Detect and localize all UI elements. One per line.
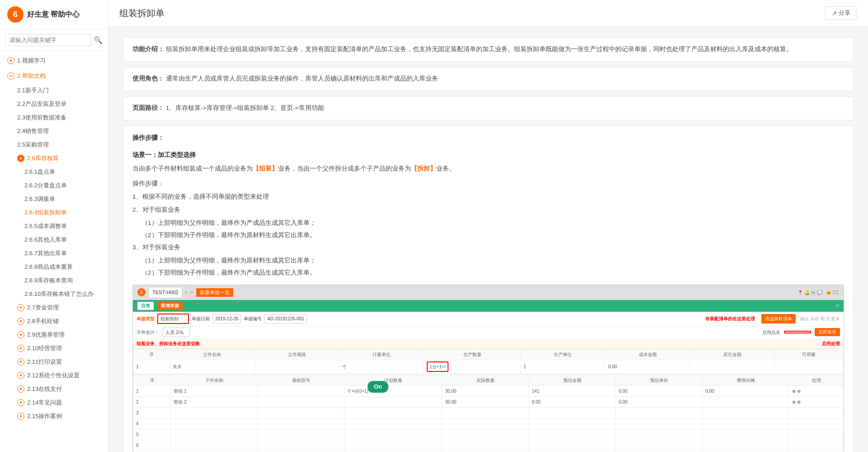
cell-handle: ⊕ ⊗ [789,396,844,407]
step3-sub1: （1）上部明细为父件明细，最终作为原材料生成其它出库单； [142,256,844,266]
sidebar-item-2-4[interactable]: 2.4销售管理 [0,124,108,138]
search-button[interactable]: 🔍 [94,36,103,44]
step1: 1、根据不同的业务，选择不同单据的类型来处理 [132,192,844,202]
cell-prod-qty: 1台+1+/ [424,360,521,373]
sidebar-item-2-5[interactable]: 2.5采购管理 [0,138,108,152]
role-label: 使用角色： [132,75,164,82]
sidebar-item-2-6-8[interactable]: 2.6.8商品成本重算 [0,260,108,274]
form-type-input[interactable]: 组装拆卸 [157,314,189,324]
sidebar-item-2-2[interactable]: 2.2产品安装及登录 [0,97,108,111]
cell-est-amount: 141 [529,385,616,396]
cell-plan-qty: 个×分/(+1) [344,385,442,396]
sidebar-item-2-6-9[interactable]: 2.6.9库存账本查询 [0,274,108,287]
content-area: 功能介绍： 组装拆卸单用来处理企业组装或拆卸等加工业务，支持有固定装配清单的产品… [108,27,868,452]
expand-icon: + [17,358,24,366]
main-content: 组装拆卸单 ↗ 分享 功能介绍： 组装拆卸单用来处理企业组装或拆卸等加工业务，支… [108,0,868,452]
sim-upper-table-wrap: 序 父件名称 父件规格 计量单位 生产数量 生产单位 成本金额 其它金额 可用量 [133,349,844,374]
sidebar-item-docs[interactable]: − 2.帮助文档 [0,68,108,84]
sidebar-item-label: 2.11打印设置 [27,358,62,366]
sidebar-item-label: 2.6.1盘点单 [24,168,55,176]
ops-block: 操作步骤： 场景一：加工类型选择 当由多个子件材料组装成一个成品的业务为【组装】… [123,126,854,452]
sidebar-item-2-13[interactable]: + 2.13在线支付 [0,382,108,396]
expand-icon: + [17,413,24,420]
enable-input[interactable] [784,331,811,333]
enable-label: 启用品名 [762,328,780,336]
sidebar-item-2-6-3[interactable]: 2.6.3调拨单 [0,192,108,206]
search-input[interactable] [5,34,92,46]
sim-newtab-btn[interactable]: 新增单据 [157,302,183,310]
sidebar-item-label: 2.2产品安装及登录 [17,100,66,108]
sidebar-item-label: 2.15操作案例 [27,412,62,420]
logo-area: 6 好生意 帮助中心 [0,0,108,29]
on-toggle[interactable]: On [368,381,388,393]
col-child-name: 子件名称 [171,375,258,385]
app-name: 好生意 帮助中心 [27,10,80,19]
sidebar-item-label: 2.6.3调拨单 [24,195,55,203]
sim-zishou-btn[interactable]: 自售 [137,302,154,310]
sidebar-item-2-6-1[interactable]: 2.6.1盘点单 [0,165,108,179]
col-child-spec: 规格型号 [258,375,344,385]
sidebar-item-label: 2.6库存核算 [27,154,59,162]
ops-label: 操作步骤： [132,179,844,189]
path-block: 页面路径： 1、库存核算->库存管理->组装拆卸单 2、首页->常用功能 [123,96,854,120]
sidebar-item-label: 2.3使用前数据准备 [17,114,66,122]
save-btn2[interactable]: 立即发布 [815,328,840,336]
sidebar-item-2-1[interactable]: 2.1新手入门 [0,84,108,97]
cell-seq: 1 [133,385,171,396]
screenshot-wrapper: 6 TEST-H002 ▾ ⟳ 新建单据一览 📍 🔔 🛍 💬 🐱 CC [132,285,844,452]
new-btn[interactable]: 新建单据一览 [196,288,233,297]
sidebar-item-label: 2.1新手入门 [17,86,49,95]
app-logo: 6 [7,6,24,23]
sidebar-item-2-6-6[interactable]: 2.6.6其他入库单 [0,233,108,247]
sidebar-item-label: 2.帮助文档 [17,72,46,80]
cell-cost: 0.00 [605,360,690,373]
col-avail: 可用量 [774,349,843,360]
qty-label: 子件合计： [137,328,159,336]
sidebar-item-2-7[interactable]: + 2.7资金管理 [0,301,108,314]
sidebar-item-2-6-2[interactable]: 2.6.2分量盘点单 [0,179,108,192]
active-dot: ● [17,155,24,162]
sim-sub-row: 子件合计： 人员 2/头 启用品名 立即发布 [133,326,844,339]
form-type-value: 组装拆卸 [160,315,179,323]
sidebar-item-2-15[interactable]: + 2.15操作案例 [0,409,108,423]
sidebar-item-2-6-4[interactable]: 2.6.4组装拆卸单 [0,206,108,219]
sidebar-item-2-8[interactable]: + 2.8手机旺铺 [0,314,108,328]
prod-qty-input[interactable]: 1台+1+/ [427,362,448,372]
qty-input[interactable]: 人员 2/头 [163,328,190,337]
share-button[interactable]: ↗ 分享 [825,6,857,20]
form-date-input[interactable]: 2019-12-26 [212,314,241,324]
sidebar-item-2-14[interactable]: + 2.14常见问题 [0,396,108,409]
cell-parent-name: 关木 [170,360,255,373]
cell-alloc: 0.00 [703,385,789,396]
sim-user: 🐱 CC [826,289,839,296]
sidebar-item-2-6[interactable]: ● 2.6库存核算 [0,152,108,165]
step2-sub1: （1）上部明细为父件明细，最终作为产成品生成其它入库单； [142,218,844,228]
sidebar-item-2-10[interactable]: + 2.10经营管理 [0,342,108,355]
sidebar-item-2-12[interactable]: + 2.12系统个性化设置 [0,369,108,382]
sim-icons-right: 📍 🔔 🛍 💬 [797,289,822,296]
annotation-bom: 有装配清单的在这里处理 [705,315,755,323]
col-prod-unit: 生产单位 [521,349,605,360]
sidebar-item-video[interactable]: + 1.视频学习 [0,53,108,68]
sidebar-item-2-9[interactable]: + 2.9优惠券管理 [0,328,108,342]
sidebar: 6 好生意 帮助中心 🔍 + 1.视频学习 − 2.帮助文档 2.1新手入门 2… [0,0,108,452]
form-date-label: 单据日期 [192,315,210,323]
expand-icon: + [17,399,24,406]
sim-select-btn[interactable]: 请选择料清单 [761,314,796,324]
step3: 3、对于拆装业务 [132,243,844,253]
sidebar-item-label: 2.13在线支付 [27,385,62,393]
sidebar-item-2-6-7[interactable]: 2.6.7其他出库单 [0,247,108,260]
cell-actual-qty: 30.00 [442,396,529,407]
cell-plan-qty [344,396,442,407]
col-actual-qty: 实际数量 [442,375,529,385]
role-text: 通常由生产人员或库管人员完成拆装业务的操作，库管人员确认原材料的出库和产成品的入… [166,75,438,82]
share-label: 分享 [839,9,850,17]
sidebar-item-label: 2.8手机旺铺 [27,317,59,325]
form-order-input[interactable]: AD-20191226-001 [264,314,307,324]
sidebar-item-2-3[interactable]: 2.3使用前数据准备 [0,111,108,124]
role-block: 使用角色： 通常由生产人员或库管人员完成拆装业务的操作，库管人员确认原材料的出库… [123,67,854,91]
sidebar-item-2-11[interactable]: + 2.11打印设置 [0,355,108,369]
sidebar-item-2-6-5[interactable]: 2.6.5成本调整单 [0,219,108,233]
sim-refresh-icon: ⟳ [190,289,193,296]
sidebar-item-2-6-10[interactable]: 2.6.10库存账本错了怎么办 [0,287,108,301]
